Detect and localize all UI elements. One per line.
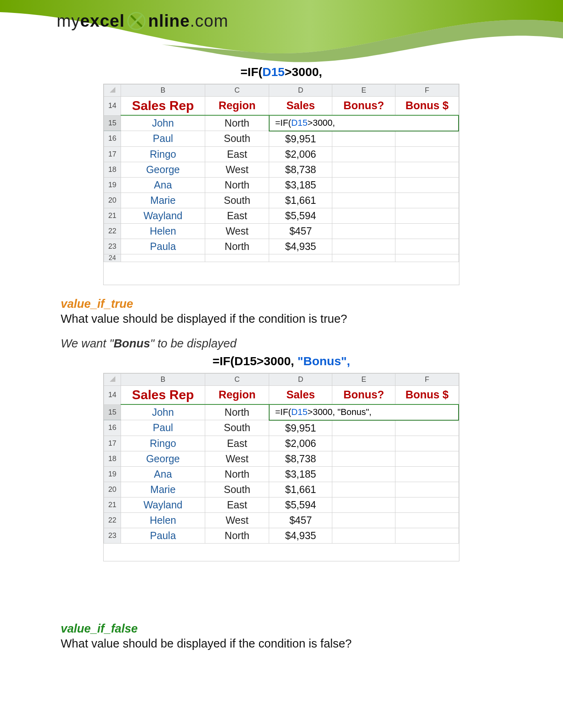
cell-b21-2[interactable]: Wayland [121,497,205,512]
cell-c17[interactable]: East [205,146,269,162]
cell-e22-2[interactable] [332,512,395,528]
cell-e17-2[interactable] [332,436,395,451]
row-header-19[interactable]: 19 [104,177,121,193]
th-sales[interactable]: Sales [269,97,332,116]
cell-d15-editing-2[interactable]: =IF(D15>3000, "Bonus", [269,404,459,420]
cell-c21-2[interactable]: East [205,497,269,512]
th-region-2[interactable]: Region [205,386,269,405]
row-header-23[interactable]: 23 [104,239,121,254]
cell-f22-2[interactable] [395,512,459,528]
select-all-corner-2[interactable] [104,374,121,386]
th-region[interactable]: Region [205,97,269,116]
cell-c18-2[interactable]: West [205,451,269,466]
cell-c20[interactable]: South [205,193,269,208]
cell-b20-2[interactable]: Marie [121,482,205,497]
row-header-24[interactable]: 24 [104,254,121,262]
cell-d22[interactable]: $457 [269,223,332,239]
row-header-17[interactable]: 17 [104,146,121,162]
cell-c16[interactable]: South [205,131,269,147]
col-header-d-2[interactable]: D [269,374,332,386]
cell-b24[interactable] [121,254,205,262]
cell-f19[interactable] [395,177,459,193]
cell-b19-2[interactable]: Ana [121,466,205,482]
cell-e16[interactable] [332,131,395,147]
cell-d19-2[interactable]: $3,185 [269,466,332,482]
cell-d16[interactable]: $9,951 [269,131,332,147]
cell-d17[interactable]: $2,006 [269,146,332,162]
row-header-16b[interactable]: 16 [104,420,121,436]
cell-d20-2[interactable]: $1,661 [269,482,332,497]
cell-e21-2[interactable] [332,497,395,512]
row-header-21[interactable]: 21 [104,208,121,223]
row-header-15b[interactable]: 15 [104,404,121,420]
cell-c17-2[interactable]: East [205,436,269,451]
cell-b15-2[interactable]: John [121,404,205,420]
cell-e19[interactable] [332,177,395,193]
cell-f24[interactable] [395,254,459,262]
cell-e23-2[interactable] [332,528,395,543]
row-header-17b[interactable]: 17 [104,436,121,451]
cell-d20[interactable]: $1,661 [269,193,332,208]
cell-b17[interactable]: Ringo [121,146,205,162]
col-header-b-2[interactable]: B [121,374,205,386]
cell-e21[interactable] [332,208,395,223]
cell-f17[interactable] [395,146,459,162]
row-header-14b[interactable]: 14 [104,386,121,405]
cell-f16[interactable] [395,131,459,147]
cell-f16-2[interactable] [395,420,459,436]
cell-c23-2[interactable]: North [205,528,269,543]
cell-b16-2[interactable]: Paul [121,420,205,436]
cell-e22[interactable] [332,223,395,239]
cell-c21[interactable]: East [205,208,269,223]
row-header-21b[interactable]: 21 [104,497,121,512]
row-header-14[interactable]: 14 [104,97,121,116]
cell-d22-2[interactable]: $457 [269,512,332,528]
row-header-20[interactable]: 20 [104,193,121,208]
cell-c15-2[interactable]: North [205,404,269,420]
cell-b23[interactable]: Paula [121,239,205,254]
row-header-16[interactable]: 16 [104,131,121,147]
col-header-f[interactable]: F [395,85,459,97]
cell-d21-2[interactable]: $5,594 [269,497,332,512]
row-header-22[interactable]: 22 [104,223,121,239]
cell-e18[interactable] [332,162,395,177]
cell-b19[interactable]: Ana [121,177,205,193]
cell-d17-2[interactable]: $2,006 [269,436,332,451]
cell-c18[interactable]: West [205,162,269,177]
col-header-f-2[interactable]: F [395,374,459,386]
row-header-18[interactable]: 18 [104,162,121,177]
th-sales-rep[interactable]: Sales Rep [121,97,205,116]
cell-f17-2[interactable] [395,436,459,451]
cell-f23[interactable] [395,239,459,254]
cell-b22[interactable]: Helen [121,223,205,239]
cell-f20[interactable] [395,193,459,208]
cell-d18[interactable]: $8,738 [269,162,332,177]
cell-f19-2[interactable] [395,466,459,482]
cell-f21-2[interactable] [395,497,459,512]
cell-d23[interactable]: $4,935 [269,239,332,254]
cell-e20[interactable] [332,193,395,208]
cell-b20[interactable]: Marie [121,193,205,208]
cell-c15[interactable]: North [205,115,269,131]
col-header-c[interactable]: C [205,85,269,97]
row-header-23b[interactable]: 23 [104,528,121,543]
cell-c19-2[interactable]: North [205,466,269,482]
cell-f23-2[interactable] [395,528,459,543]
cell-b15[interactable]: John [121,115,205,131]
cell-c20-2[interactable]: South [205,482,269,497]
col-header-e-2[interactable]: E [332,374,395,386]
cell-d21[interactable]: $5,594 [269,208,332,223]
cell-b23-2[interactable]: Paula [121,528,205,543]
th-bonus-amt-2[interactable]: Bonus $ [395,386,459,405]
cell-f21[interactable] [395,208,459,223]
cell-c16-2[interactable]: South [205,420,269,436]
cell-f18[interactable] [395,162,459,177]
cell-d23-2[interactable]: $4,935 [269,528,332,543]
select-all-corner[interactable] [104,85,121,97]
th-sales-2[interactable]: Sales [269,386,332,405]
cell-b18-2[interactable]: George [121,451,205,466]
cell-e16-2[interactable] [332,420,395,436]
cell-d18-2[interactable]: $8,738 [269,451,332,466]
cell-e24[interactable] [332,254,395,262]
th-sales-rep-2[interactable]: Sales Rep [121,386,205,405]
